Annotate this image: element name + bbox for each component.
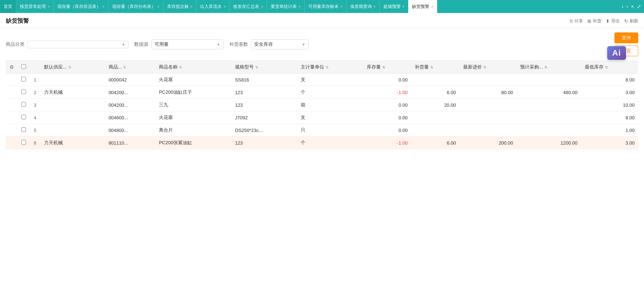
tab-stock-status-label: 现存量（库存状况表） bbox=[57, 4, 101, 10]
row-unit: 个 bbox=[297, 137, 363, 149]
ai-badge[interactable]: Ai bbox=[607, 46, 626, 60]
nav-close-btn[interactable]: × bbox=[630, 0, 635, 13]
th-supplier[interactable]: 默认供应... ⇅ bbox=[40, 61, 105, 74]
share-button[interactable]: ⎘ 分享 bbox=[570, 18, 583, 24]
nav-prev-btn[interactable]: ‹ bbox=[620, 0, 625, 13]
row-checkbox-cell bbox=[18, 74, 30, 86]
table-row: 5 004800... 离合片 DS250*23c... 只 0.00 1.00 bbox=[6, 124, 638, 137]
tab-avail[interactable]: 可用量库存账本 × bbox=[305, 0, 347, 13]
category-filter-group: 商品分类 ▼ bbox=[6, 41, 129, 48]
close-shortage[interactable]: × bbox=[431, 5, 433, 9]
close-order-stat[interactable]: × bbox=[299, 5, 301, 9]
close-stock-dist[interactable]: × bbox=[157, 5, 160, 9]
tab-stock-status[interactable]: 现存量（库存状况表） × bbox=[54, 0, 109, 13]
tab-inout[interactable]: 出入库流水 × bbox=[196, 0, 230, 13]
row-code: 801110... bbox=[105, 137, 156, 149]
column-settings-button[interactable]: ⚙ bbox=[9, 64, 14, 70]
row-est-purchase bbox=[517, 74, 581, 86]
close-recv[interactable]: × bbox=[261, 5, 263, 9]
th-unit[interactable]: 主计量单位 ⇅ bbox=[297, 61, 363, 74]
row-checkbox[interactable] bbox=[21, 102, 26, 107]
row-replen bbox=[411, 111, 460, 124]
tab-unusual[interactable]: 拣货异常处理 × bbox=[16, 0, 54, 13]
th-code[interactable]: 商品... ⇅ bbox=[105, 61, 156, 74]
row-supplier bbox=[40, 74, 105, 86]
replenish-button[interactable]: ⊞ 补货 bbox=[587, 18, 601, 24]
row-replen bbox=[411, 74, 460, 86]
close-expiry[interactable]: × bbox=[374, 5, 376, 9]
page-header: 缺货预警 ⎘ 分享 ⊞ 补货 ⬆ 导出 ↻ 刷新 bbox=[0, 13, 644, 28]
tab-stock-dist-label: 现存量（库存分布表） bbox=[112, 4, 156, 10]
close-inout[interactable]: × bbox=[223, 5, 226, 9]
th-est-purchase[interactable]: 预计采购... ⇅ bbox=[517, 61, 581, 74]
th-latest-price[interactable]: 最新进价 ⇅ bbox=[460, 61, 517, 74]
row-unit: 支 bbox=[297, 74, 363, 86]
row-min-stock: 3.00 bbox=[581, 137, 638, 149]
row-replen: 20.00 bbox=[411, 99, 460, 111]
close-overstock[interactable]: × bbox=[402, 5, 405, 9]
row-unit: 只 bbox=[297, 124, 363, 137]
tab-shortage[interactable]: 缺货预警 × bbox=[408, 0, 437, 13]
row-checkbox[interactable] bbox=[21, 127, 26, 132]
nav-expand-btn[interactable]: ⤢ bbox=[635, 0, 643, 13]
page-title: 缺货预警 bbox=[6, 17, 570, 25]
replen-base-select[interactable]: 安全库存 ▼ bbox=[251, 39, 309, 49]
query-button[interactable]: 查询 bbox=[614, 32, 638, 43]
row-checkbox[interactable] bbox=[21, 77, 26, 81]
refresh-button[interactable]: ↻ 刷新 bbox=[624, 18, 638, 24]
tab-batch[interactable]: 库存批次账 × bbox=[164, 0, 197, 13]
spec-sort-icon: ⇅ bbox=[255, 65, 258, 69]
row-unit: 箱 bbox=[297, 99, 363, 111]
export-button[interactable]: ⬆ 导出 bbox=[606, 18, 620, 24]
stock-sort-icon: ⇅ bbox=[382, 65, 385, 69]
tab-shortage-label: 缺货预警 bbox=[412, 4, 429, 10]
unit-sort-icon: ⇅ bbox=[326, 65, 328, 69]
tab-stock-dist[interactable]: 现存量（库存分布表） × bbox=[109, 0, 164, 13]
row-num: 1 bbox=[30, 74, 40, 86]
nav-next-btn[interactable]: › bbox=[625, 0, 630, 13]
tab-expiry-label: 保质期查询 bbox=[350, 4, 372, 10]
th-stock-label: 库存量 bbox=[367, 64, 381, 70]
tab-recv-label: 收发存汇总表 bbox=[233, 4, 259, 10]
datasource-select[interactable]: 可用量 ▼ bbox=[151, 39, 223, 49]
th-stock[interactable]: 库存量 ⇅ bbox=[363, 61, 412, 74]
tab-home[interactable]: 首页 bbox=[0, 0, 16, 13]
row-checkbox[interactable] bbox=[21, 115, 26, 119]
row-checkbox[interactable] bbox=[21, 140, 26, 145]
th-spec[interactable]: 规格型号 ⇅ bbox=[231, 61, 297, 74]
table-row: 2 力天机械 004200... PC200油缸庄子 123 个 -1.00 6… bbox=[6, 86, 638, 99]
row-name: 火花塞 bbox=[155, 74, 231, 86]
header-actions: ⎘ 分享 ⊞ 补货 ⬆ 导出 ↻ 刷新 bbox=[570, 18, 638, 24]
category-select[interactable]: ▼ bbox=[27, 41, 129, 48]
th-min-stock[interactable]: 最低库存 ⇅ bbox=[581, 61, 638, 74]
row-stock: 0.00 bbox=[363, 111, 412, 124]
row-checkbox[interactable] bbox=[21, 89, 26, 94]
close-batch[interactable]: × bbox=[191, 5, 193, 9]
row-name: PC200油缸庄子 bbox=[155, 86, 231, 99]
row-spec: DS250*23c... bbox=[231, 124, 297, 137]
close-avail[interactable]: × bbox=[340, 5, 343, 9]
row-checkbox-cell bbox=[18, 137, 30, 149]
row-spec: 123 bbox=[231, 137, 297, 149]
row-unit: 支 bbox=[297, 111, 363, 124]
row-supplier bbox=[40, 99, 105, 111]
select-all-checkbox[interactable] bbox=[21, 64, 26, 69]
row-stock: 0.00 bbox=[363, 124, 412, 137]
th-name-label: 商品名称 bbox=[159, 64, 178, 70]
est-purchase-sort-icon: ⇅ bbox=[544, 65, 547, 69]
th-name[interactable]: 商品名称 ⇅ bbox=[155, 61, 231, 74]
th-supplier-label: 默认供应... bbox=[44, 64, 67, 70]
row-code: 004200... bbox=[105, 86, 156, 99]
tab-unusual-label: 拣货异常处理 bbox=[20, 4, 46, 10]
tab-expiry[interactable]: 保质期查询 × bbox=[347, 0, 380, 13]
row-replen: 6.00 bbox=[411, 86, 460, 99]
row-replen bbox=[411, 124, 460, 137]
tab-order-stat[interactable]: 要货单统计表 × bbox=[267, 0, 305, 13]
th-replen[interactable]: 补货量 ⇅ bbox=[411, 61, 460, 74]
row-name: 离合片 bbox=[155, 124, 231, 137]
tab-recv[interactable]: 收发存汇总表 × bbox=[230, 0, 267, 13]
tab-overstock[interactable]: 超储预警 × bbox=[380, 0, 409, 13]
row-num: 4 bbox=[30, 111, 40, 124]
close-stock-status[interactable]: × bbox=[103, 5, 105, 9]
close-unusual[interactable]: × bbox=[48, 5, 50, 9]
